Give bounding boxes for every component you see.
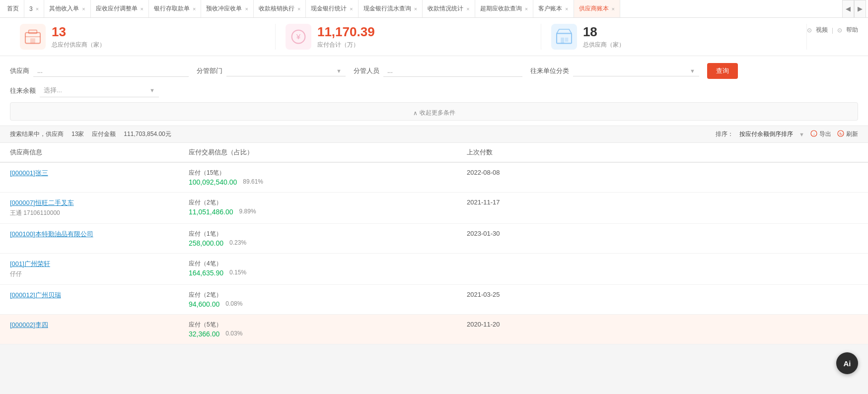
nav-tab-3-close[interactable]: ×: [36, 6, 39, 12]
total-vendors-icon: [551, 24, 577, 50]
refresh-label: 刷新: [846, 130, 858, 138]
filter-area: 供应商 分管部门 ▼ 分管人员 往来单位分类 ▼ 查询: [0, 56, 868, 126]
last-payment-cell-6: 2020-11-20: [467, 321, 858, 328]
svg-rect-7: [561, 38, 564, 44]
nav-tab-other-income-close[interactable]: ×: [82, 6, 85, 12]
last-payment-date-3: 2023-01-30: [467, 230, 500, 237]
payable-vendors-info: 13 总应付供应商（家）: [52, 24, 105, 49]
collapse-box: ∧ 收起更多条件: [10, 102, 858, 121]
supplier-link-4[interactable]: [001]广州荣轩: [10, 260, 50, 267]
supplier-link-5[interactable]: [000012]广州贝瑞: [10, 291, 61, 299]
person-filter-input[interactable]: [383, 65, 522, 77]
supplier-filter-input[interactable]: [33, 65, 189, 77]
nav-tab-other-income[interactable]: 其他收入单 ×: [44, 0, 90, 17]
category-dropdown-icon: ▼: [690, 68, 695, 74]
col-header-transaction: 应付交易信息（占比）: [189, 148, 467, 157]
filter-row-1: 供应商 分管部门 ▼ 分管人员 往来单位分类 ▼ 查询: [10, 63, 858, 79]
sort-label: 排序：: [716, 130, 733, 138]
nav-tab-overdue-ar-close[interactable]: ×: [525, 6, 528, 12]
sort-value[interactable]: 按应付余额倒序排序: [739, 130, 793, 138]
help-link[interactable]: 帮助: [846, 26, 858, 34]
nav-tab-bank-deposit[interactable]: 银行存取款单 ×: [149, 0, 201, 17]
top-navigation: 首页 3 × 其他收入单 × 应收应付调整单 × 银行存取款单 × 预收冲应收单…: [0, 0, 868, 18]
tx-amount-2[interactable]: 11,051,486.00: [189, 208, 233, 216]
nav-tab-cash-bank-stat[interactable]: 现金银行统计 ×: [306, 0, 358, 17]
nav-tab-advance-ar-close[interactable]: ×: [245, 6, 248, 12]
collapse-button[interactable]: ∧ 收起更多条件: [413, 109, 455, 117]
nav-next-arrow[interactable]: ▶: [854, 0, 866, 18]
nav-tab-home[interactable]: 首页: [2, 0, 24, 17]
last-payment-date-2: 2021-11-17: [467, 198, 500, 206]
tx-label-1: 应付（15笔）: [189, 169, 467, 177]
nav-tab-bank-deposit-label: 银行存取款单: [154, 4, 190, 13]
refresh-icon: ↻: [837, 130, 844, 138]
nav-tab-receipt-stat[interactable]: 收款情况统计 ×: [423, 0, 475, 17]
tx-label-3: 应付（1笔）: [189, 230, 467, 238]
nav-tab-ar-ap-adjust[interactable]: 应收应付调整单 ×: [91, 0, 149, 17]
nav-tab-cash-bank-stat-label: 现金银行统计: [311, 4, 347, 13]
nav-tab-cash-bank-flow[interactable]: 现金银行流水查询 ×: [359, 0, 423, 17]
category-filter-label: 往来单位分类: [530, 66, 569, 75]
contact-name-2: 王通: [10, 209, 22, 216]
supplier-sub-2: 王通 17106110000: [10, 209, 189, 217]
supplier-link-text-3: [000100]本特勤油品有限公司: [10, 230, 93, 238]
result-summary-prefix: 搜索结果中，供应商: [10, 130, 64, 138]
nav-tab-cash-bank-flow-close[interactable]: ×: [414, 6, 417, 12]
tx-amount-3[interactable]: 258,000.00: [189, 239, 223, 247]
tx-amount-1[interactable]: 100,092,540.00: [189, 178, 237, 186]
nav-tab-customer-ledger[interactable]: 客户账本 ×: [533, 0, 574, 17]
query-button[interactable]: 查询: [707, 63, 738, 79]
category-filter-select[interactable]: ▼: [573, 66, 699, 76]
nav-tab-vendor-ledger-close[interactable]: ×: [612, 6, 615, 12]
nav-tab-cash-bank-flow-label: 现金银行流水查询: [363, 4, 411, 13]
transaction-cell-6: 应付（5笔） 32,366.00 0.03%: [189, 321, 467, 338]
nav-tab-vendor-ledger[interactable]: 供应商账本 ×: [574, 0, 620, 17]
payable-vendors-label: 总应付供应商（家）: [52, 41, 105, 49]
supplier-link-text-4: [001]广州荣轩: [10, 260, 50, 267]
export-button[interactable]: ↓ 导出: [810, 130, 831, 138]
tx-label-4: 应付（4笔）: [189, 260, 467, 268]
nav-tab-3[interactable]: 3 ×: [24, 0, 44, 17]
refresh-button[interactable]: ↻ 刷新: [837, 130, 858, 138]
nav-tab-receipts-exec[interactable]: 收款核销执行 ×: [254, 0, 306, 17]
nav-tab-bank-deposit-close[interactable]: ×: [193, 6, 196, 12]
col-header-last-payment: 上次付数: [467, 148, 858, 157]
table-header: 供应商信息 应付交易信息（占比） 上次付数: [0, 143, 868, 163]
col-header-supplier: 供应商信息: [10, 148, 189, 157]
filter-row-2: 往来余额 选择... ▼: [10, 84, 858, 97]
tx-label-5: 应付（2笔）: [189, 291, 467, 299]
tx-row-6: 32,366.00 0.03%: [189, 329, 467, 338]
tx-amount-6[interactable]: 32,366.00: [189, 330, 219, 338]
total-vendors-info: 18 总供应商（家）: [583, 24, 625, 49]
nav-tab-overdue-ar[interactable]: 超期应收款查询 ×: [475, 0, 533, 17]
dept-filter-select[interactable]: ▼: [226, 66, 346, 76]
nav-tab-advance-ar[interactable]: 预收冲应收单 ×: [201, 0, 253, 17]
nav-tab-receipt-stat-close[interactable]: ×: [466, 6, 469, 12]
nav-tab-ar-ap-adjust-label: 应收应付调整单: [96, 4, 138, 13]
balance-filter-select[interactable]: 选择... ▼: [40, 84, 159, 97]
table-row: [000012]广州贝瑞 应付（2笔） 94,600.00 0.08% 2021…: [0, 285, 868, 315]
collapse-chevron-icon: ∧: [413, 110, 418, 117]
tx-percent-6: 0.03%: [225, 330, 242, 337]
supplier-link-2[interactable]: [000007]恒旺二手叉车: [10, 199, 74, 206]
tx-percent-5: 0.08%: [225, 300, 242, 307]
nav-tab-customer-ledger-close[interactable]: ×: [565, 6, 568, 12]
nav-tab-ar-ap-adjust-close[interactable]: ×: [141, 6, 144, 12]
table-row: [000007]恒旺二手叉车 王通 17106110000 应付（2笔） 11,…: [0, 193, 868, 224]
supplier-link-6[interactable]: [000002]李四: [10, 321, 48, 328]
stat-payable-vendors: 13 总应付供应商（家）: [10, 24, 276, 50]
video-link[interactable]: 视频: [816, 26, 828, 34]
supplier-link-3[interactable]: [000100]本特勤油品有限公司: [10, 230, 93, 238]
stat-payable-amount: ¥ 11,170.39 应付合计（万）: [276, 24, 541, 50]
supplier-link-1[interactable]: [000001]张三: [10, 169, 48, 177]
tx-amount-4[interactable]: 164,635.90: [189, 269, 223, 277]
supplier-link-text-2: [000007]恒旺二手叉车: [10, 199, 74, 206]
table-row: [000001]张三 应付（15笔） 100,092,540.00 89.61%…: [0, 163, 868, 193]
nav-prev-arrow[interactable]: ◀: [842, 0, 854, 18]
tx-amount-5[interactable]: 94,600.00: [189, 300, 219, 308]
tx-label-2: 应付（2笔）: [189, 198, 467, 207]
tx-row-4: 164,635.90 0.15%: [189, 268, 467, 277]
nav-tab-receipts-exec-close[interactable]: ×: [297, 6, 300, 12]
nav-tab-cash-bank-stat-close[interactable]: ×: [350, 6, 353, 12]
sort-dropdown-icon[interactable]: ▼: [799, 131, 804, 137]
